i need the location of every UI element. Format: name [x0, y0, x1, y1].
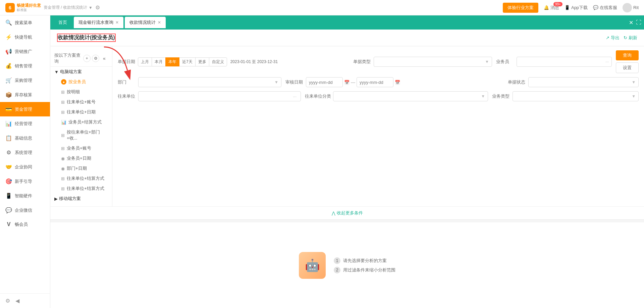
online-service-label: 在线客服	[600, 5, 617, 11]
scheme-item-salesman[interactable]: ● 按业务员	[53, 77, 112, 87]
export-label: 导出	[611, 35, 620, 41]
export-button[interactable]: ↗ 导出	[606, 35, 620, 41]
partner-more-icon[interactable]: ···	[293, 94, 297, 99]
scheme-item-salesman-date[interactable]: ◉ 业务员+日期	[53, 153, 112, 163]
btn-more[interactable]: 更多	[195, 57, 209, 66]
tab-cashflow-label: 现金银行流水查询	[78, 19, 113, 25]
partner-category-dropdown[interactable]: ▼	[333, 91, 488, 101]
app-download-button[interactable]: 📱 App下载	[565, 5, 588, 11]
dept-dropdown[interactable]: ▼	[138, 77, 281, 87]
btn-last-month[interactable]: 上月	[138, 57, 152, 66]
breadcrumb-dropdown[interactable]: ▼	[89, 5, 93, 10]
review-date-end[interactable]	[357, 77, 393, 87]
tab-cashflow[interactable]: 现金银行流水查询 ✕	[74, 17, 123, 28]
mobile-section-label: 移动端方案	[59, 196, 81, 202]
app-title: 畅捷通好生意	[17, 3, 41, 8]
scheme-settings-icon[interactable]: ⚙	[92, 55, 99, 62]
sidebar-item-finance[interactable]: 💳 资金管理	[0, 102, 50, 116]
settings-icon[interactable]: ⚙	[95, 4, 100, 11]
purchase-icon: 🛒	[5, 77, 12, 84]
sidebar-item-sales[interactable]: 💰 销售管理	[0, 59, 50, 73]
biz-type-dropdown[interactable]: ▼	[513, 91, 639, 101]
add-scheme-icon[interactable]: +	[83, 55, 91, 62]
inventory-icon: 📦	[5, 92, 12, 98]
btn-this-month[interactable]: 本月	[152, 57, 166, 66]
sidebar-item-purchase[interactable]: 🛒 采购管理	[0, 73, 50, 88]
query-button[interactable]: 查询	[616, 50, 639, 60]
btn-this-year[interactable]: 本年	[165, 57, 179, 66]
window-close-btn[interactable]: ✕	[629, 19, 633, 26]
mobile-section-header[interactable]: ▶ 移动端方案	[50, 194, 112, 204]
messages-badge: 99+	[553, 2, 562, 6]
quicknav-icon: ⚡	[5, 34, 12, 40]
doc-status-dropdown[interactable]: ▼	[528, 77, 639, 87]
sidebar-item-hardware[interactable]: 📱 智能硬件	[0, 189, 50, 203]
btn-custom[interactable]: 自定义	[209, 57, 227, 66]
collapse-more-btn[interactable]: ⋀ 收起更多条件	[50, 206, 644, 219]
date-separator: —	[351, 80, 355, 85]
date-quick-buttons: 上月 本月 本年 近7天 更多 自定义	[138, 57, 227, 66]
scheme-item-label: 往来单位+结算方式	[67, 175, 104, 182]
refresh-button[interactable]: ↻ 刷新	[624, 35, 637, 41]
scheme-item-dept-date[interactable]: ◉ 部门+日期	[53, 163, 112, 173]
filter-form: 单据日期 上月 本月 本年 近7天 更多 自定义	[112, 46, 644, 206]
search-icon: 🔍	[5, 19, 12, 26]
desktop-section-arrow: ▼	[54, 69, 59, 74]
scheme-item-salesman-settlement[interactable]: 📊 业务员+结算方式	[53, 117, 112, 127]
tab-receipt-label: 收款情况统计	[129, 19, 156, 25]
review-date-range: 📅 — 📅	[306, 77, 504, 87]
tab-home[interactable]: 首页	[53, 15, 72, 30]
scheme-item-label: 按往来单位+部门+收...	[67, 129, 108, 141]
app-download-label: App下载	[571, 5, 588, 11]
dept-date-icon: ◉	[61, 166, 65, 171]
review-date-start[interactable]	[306, 77, 343, 87]
sidebar-item-quicknav[interactable]: ⚡ 快捷导航	[0, 30, 50, 44]
doc-status-field: 单据状态 ▼	[508, 77, 639, 87]
online-service-button[interactable]: 💬 在线客服	[593, 5, 617, 11]
partner-dropdown[interactable]: ···	[138, 91, 301, 101]
sidebar-item-system[interactable]: ⚙ 系统管理	[0, 145, 50, 160]
sidebar-item-inventory[interactable]: 📦 库存核算	[0, 88, 50, 102]
operations-icon: 📊	[5, 120, 12, 127]
salesman-account-icon: ⊞	[61, 146, 65, 151]
hint-num-2: 2	[334, 267, 340, 273]
collapse-sidebar-icon[interactable]: ◀	[15, 298, 19, 304]
scheme-item-partner-settlement1[interactable]: ⊞ 往来单位+结算方式	[53, 173, 112, 184]
breadcrumb-text: 资金管理 / 收款情况统计	[44, 5, 87, 10]
collapse-scheme-btn[interactable]: «	[101, 55, 108, 62]
settings-button[interactable]: 设置	[616, 62, 639, 73]
system-icon: ⚙	[5, 149, 12, 156]
scheme-item-partner-account[interactable]: ⊞ 往来单位+账号	[53, 97, 112, 107]
scheme-item-partner-dept[interactable]: ⊞ 按往来单位+部门+收...	[53, 127, 112, 143]
scheme-item-partner-date[interactable]: ⊞ 往来单位+日期	[53, 107, 112, 117]
page-content: 收款情况统计(按业务员) ↗ 导出 ↻ 刷新	[50, 30, 644, 308]
sidebar-item-enterprise[interactable]: 🤝 企业协同	[0, 160, 50, 174]
scheme-item-salesman-account[interactable]: ⊞ 业务员+账号	[53, 143, 112, 153]
sidebar-label-guide: 新手引导	[15, 178, 32, 185]
scheme-item-detail[interactable]: ⊞ 按明细	[53, 87, 112, 97]
doc-type-dropdown[interactable]: ▼	[374, 57, 492, 67]
sidebar-item-wechat[interactable]: 💬 企业微信	[0, 203, 50, 217]
tab-receipt[interactable]: 收款情况统计 ✕	[125, 17, 166, 28]
sidebar-item-search[interactable]: 🔍 搜索菜单	[0, 15, 50, 30]
messages-button[interactable]: 🔔 消息 99+	[544, 5, 559, 11]
scheme-item-label: 按业务员	[68, 79, 86, 85]
sidebar: 🔍 搜索菜单 ⚡ 快捷导航 📢 营销推广 💰 销售管理 🛒 采购管理	[0, 15, 50, 308]
tab-cashflow-close[interactable]: ✕	[115, 20, 119, 25]
trial-button[interactable]: 体验行业方案	[503, 3, 538, 13]
sidebar-item-operations[interactable]: 📊 经营管理	[0, 116, 50, 131]
settings-bottom-icon[interactable]: ⚙	[5, 298, 10, 304]
window-maximize-btn[interactable]: ⛶	[636, 19, 641, 25]
desktop-section-header[interactable]: ▼ 电脑端方案	[50, 67, 112, 77]
tab-receipt-close[interactable]: ✕	[158, 20, 161, 25]
sidebar-item-marketing[interactable]: 📢 营销推广	[0, 44, 50, 59]
sidebar-item-guide[interactable]: 🎯 新手引导	[0, 174, 50, 189]
sidebar-item-member[interactable]: V 畅会员	[0, 217, 50, 232]
sidebar-item-basic[interactable]: 📋 基础信息	[0, 131, 50, 145]
salesman-dropdown[interactable]: ···	[517, 57, 612, 67]
user-area[interactable]: Rit	[623, 3, 639, 12]
basic-icon: 📋	[5, 135, 12, 141]
btn-7days[interactable]: 近7天	[179, 57, 196, 66]
tab-bar: 首页 现金银行流水查询 ✕ 收款情况统计 ✕ ✕ ⛶	[50, 15, 644, 30]
scheme-item-partner-settlement2[interactable]: ⊞ 往来单位+结算方式	[53, 184, 112, 194]
